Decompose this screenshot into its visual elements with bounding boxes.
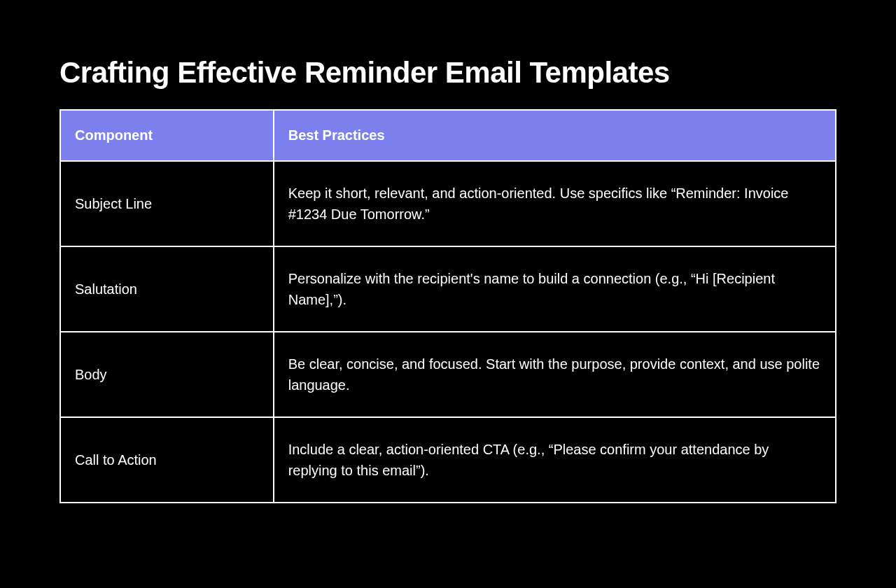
header-best-practices: Best Practices [274,110,836,161]
table-row: Subject Line Keep it short, relevant, an… [60,161,836,246]
cell-practice: Include a clear, action-oriented CTA (e.… [274,417,836,503]
cell-practice: Personalize with the recipient's name to… [274,246,836,332]
cell-practice: Keep it short, relevant, and action-orie… [274,161,836,246]
cell-component: Subject Line [60,161,274,246]
page-title: Crafting Effective Reminder Email Templa… [59,56,836,90]
table-row: Salutation Personalize with the recipien… [60,246,836,332]
cell-component: Call to Action [60,417,274,503]
best-practices-table: Component Best Practices Subject Line Ke… [59,109,836,503]
cell-component: Body [60,332,274,417]
cell-practice: Be clear, concise, and focused. Start wi… [274,332,836,417]
header-component: Component [60,110,274,161]
cell-component: Salutation [60,246,274,332]
table-row: Call to Action Include a clear, action-o… [60,417,836,503]
table-header-row: Component Best Practices [60,110,836,161]
table-row: Body Be clear, concise, and focused. Sta… [60,332,836,417]
